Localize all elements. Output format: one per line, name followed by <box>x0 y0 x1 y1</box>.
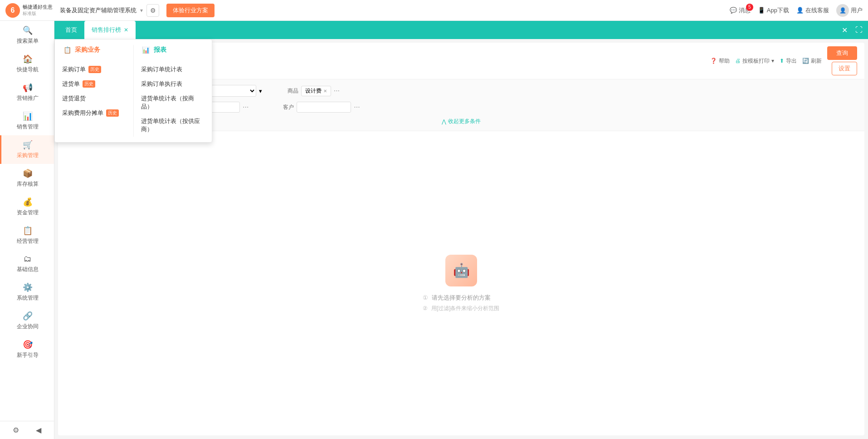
sidebar-item-label: 系统管理 <box>17 294 39 302</box>
sales-icon: 📊 <box>23 111 33 121</box>
menu-item-order-exec[interactable]: 采购订单执行表 <box>141 77 205 91</box>
enterprise-icon: 🔗 <box>23 311 33 321</box>
bill-status-dropdown-icon: ▾ <box>259 88 262 94</box>
sidebar-item-marketing[interactable]: 📢 营销推广 <box>0 78 54 107</box>
home-icon: 🏠 <box>23 54 33 64</box>
sidebar-bottom: ⚙ ◀ <box>0 421 54 439</box>
logo-area: 6 畅捷通好生意 标准版 <box>5 3 60 18</box>
print-dropdown-icon: ▾ <box>771 58 774 64</box>
query-button[interactable]: 查询 <box>827 46 857 60</box>
logo-sub: 标准版 <box>23 10 53 17</box>
help-button[interactable]: ❓ 帮助 <box>710 57 730 65</box>
menu-item-purchase-expense[interactable]: 采购费用分摊单 历史 <box>62 106 126 120</box>
purchase-icon: 🛒 <box>23 140 33 150</box>
system-settings-button[interactable]: ⚙ <box>146 4 159 17</box>
menu-item-order-stats[interactable]: 采购订单统计表 <box>141 62 205 77</box>
sidebar-item-search-menu[interactable]: 🔍 搜索菜单 <box>0 21 54 49</box>
export-button[interactable]: ⬆ 导出 <box>780 57 797 65</box>
sidebar-item-finance[interactable]: 💰 资金管理 <box>0 192 54 221</box>
sidebar-item-label: 搜索菜单 <box>17 37 39 45</box>
sidebar-item-label: 销售管理 <box>17 123 39 131</box>
sidebar-item-label: 基础信息 <box>17 266 39 273</box>
tab-close-button[interactable]: ✕ <box>839 25 850 35</box>
goods-more-icon[interactable]: ··· <box>334 87 340 95</box>
purchase-business-section: 📋 采购业务 采购订单 历史 进货单 历史 进货退货 采购费用分摊单 历史 <box>55 45 133 137</box>
menu-item-purchase-receipt[interactable]: 进货单 历史 <box>62 77 126 91</box>
tab-bar: 首页 销售排行榜 ✕ ✕ ⛶ <box>54 21 868 39</box>
refresh-button[interactable]: 🔄 刷新 <box>802 57 822 65</box>
tab-expand-button[interactable]: ⛶ <box>853 25 864 35</box>
inventory-icon: 📦 <box>23 168 33 178</box>
industry-solution-button[interactable]: 体验行业方案 <box>166 4 215 17</box>
goods-filter: 商品 设计费 ✕ ··· <box>288 86 340 96</box>
sidebar-item-label: 经营管理 <box>17 237 39 245</box>
basic-info-icon: 🗂 <box>24 254 32 264</box>
menu-item-receipt-stats-goods[interactable]: 进货单统计表（按商品） <box>141 91 205 114</box>
history-badge-expense: 历史 <box>106 109 119 117</box>
sidebar-item-label: 快捷导航 <box>17 66 39 74</box>
sidebar-item-enterprise[interactable]: 🔗 企业协同 <box>0 306 54 335</box>
sidebar-item-label: 库存核算 <box>17 180 39 188</box>
sidebar-collapse-icon[interactable]: ◀ <box>36 426 41 434</box>
logo-text: 畅捷通好生意 <box>23 4 53 10</box>
logo-icon: 6 <box>5 3 20 18</box>
search-icon: 🔍 <box>23 25 33 35</box>
print-icon: 🖨 <box>735 58 741 64</box>
user-area[interactable]: 👤 用户 <box>836 4 863 17</box>
purchase-dropdown-menu: 📋 采购业务 采购订单 历史 进货单 历史 进货退货 采购费用分摊单 历史 📊 <box>54 39 212 143</box>
marketing-icon: 📢 <box>23 83 33 93</box>
sidebar-item-label: 企业协同 <box>17 323 39 330</box>
print-button[interactable]: 🖨 按模板打印 ▾ <box>735 57 774 65</box>
bill-status-select[interactable] <box>211 85 256 97</box>
help-icon: ❓ <box>710 58 717 64</box>
refresh-icon: 🔄 <box>802 58 809 64</box>
sidebar-item-basic-info[interactable]: 🗂 基础信息 <box>0 250 54 278</box>
tab-close-icon[interactable]: ✕ <box>124 27 128 33</box>
sidebar-item-label: 营销推广 <box>17 94 39 102</box>
purchase-report-title: 📊 报表 <box>141 45 205 58</box>
sidebar-item-operation[interactable]: 📋 经营管理 <box>0 221 54 250</box>
menu-item-purchase-return[interactable]: 进货退货 <box>62 91 126 106</box>
sidebar-item-quick-nav[interactable]: 🏠 快捷导航 <box>0 49 54 78</box>
empty-illustration: 🤖 <box>445 255 477 286</box>
top-right-area: 💬 消息 5 📱 App下载 👤 在线客服 👤 用户 <box>730 4 863 17</box>
online-service-button[interactable]: 👤 在线客服 <box>796 6 829 15</box>
empty-line2: ② 用[过滤]条件来缩小分析范围 <box>423 305 499 312</box>
top-bar: 6 畅捷通好生意 标准版 装备及固定资产辅助管理系统 ▾ ⚙ 体验行业方案 💬 … <box>0 0 868 21</box>
sidebar-item-label: 新手引导 <box>17 351 39 359</box>
tab-home[interactable]: 首页 <box>58 21 84 39</box>
system-title-dropdown-icon[interactable]: ▾ <box>140 7 143 14</box>
menu-sections: 📋 采购业务 采购订单 历史 进货单 历史 进货退货 采购费用分摊单 历史 📊 <box>55 45 212 137</box>
sidebar-item-label: 采购管理 <box>17 152 39 159</box>
customer-filter: 客户 ··· <box>283 102 360 113</box>
purchase-report-section: 📊 报表 采购订单统计表 采购订单执行表 进货单统计表（按商品） 进货单统计表（… <box>133 45 212 137</box>
tab-bar-right: ✕ ⛶ <box>839 25 864 35</box>
sidebar-item-purchase-mgmt[interactable]: 🛒 采购管理 <box>0 135 54 164</box>
message-badge: 5 <box>746 4 753 11</box>
guide-icon: 🎯 <box>23 340 33 350</box>
message-icon: 💬 <box>730 7 737 14</box>
history-badge-purchase-order: 历史 <box>88 66 101 73</box>
system-icon: ⚙️ <box>23 282 33 292</box>
tab-sales-rank[interactable]: 销售排行榜 ✕ <box>84 21 136 39</box>
goods-tag-close[interactable]: ✕ <box>323 89 327 94</box>
menu-item-purchase-order[interactable]: 采购订单 历史 <box>62 62 126 77</box>
settings-button[interactable]: 设置 <box>832 62 857 75</box>
app-download-button[interactable]: 📱 App下载 <box>758 6 789 15</box>
message-button[interactable]: 💬 消息 5 <box>730 6 751 15</box>
sidebar-item-inventory[interactable]: 📦 库存核算 <box>0 164 54 192</box>
goods-tag: 设计费 ✕ <box>301 86 331 96</box>
sidebar-item-sales-mgmt[interactable]: 📊 销售管理 <box>0 107 54 135</box>
salesman-more-icon[interactable]: ··· <box>243 103 249 111</box>
empty-line1: ① 请先选择要分析的方案 <box>423 294 499 302</box>
customer-more-icon[interactable]: ··· <box>354 103 360 111</box>
menu-item-receipt-stats-supplier[interactable]: 进货单统计表（按供应商） <box>141 114 205 137</box>
customer-input[interactable] <box>297 102 351 113</box>
sidebar-settings-icon[interactable]: ⚙ <box>13 426 19 434</box>
sidebar-item-system-mgmt[interactable]: ⚙️ 系统管理 <box>0 278 54 306</box>
operation-icon: 📋 <box>23 226 33 236</box>
report-section-icon: 📊 <box>141 45 151 55</box>
avatar: 👤 <box>836 4 849 17</box>
finance-icon: 💰 <box>23 197 33 207</box>
sidebar-item-guide[interactable]: 🎯 新手引导 <box>0 335 54 364</box>
